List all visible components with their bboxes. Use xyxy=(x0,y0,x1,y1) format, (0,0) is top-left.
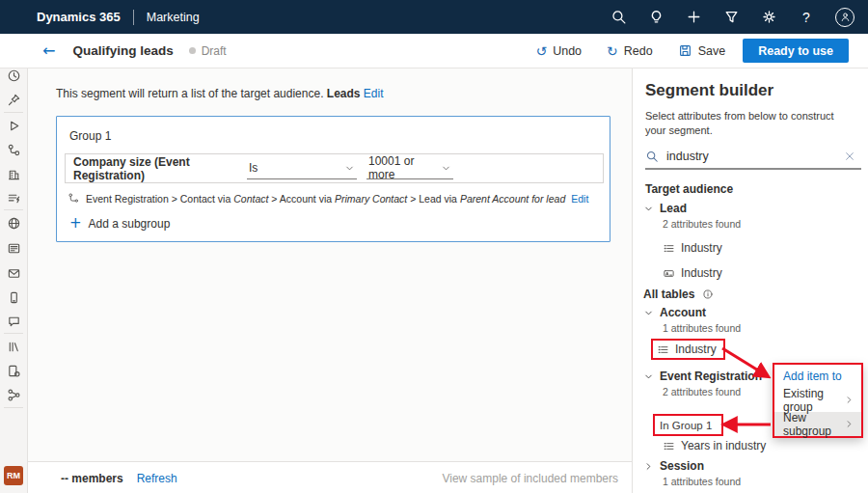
intro-edit-link[interactable]: Edit xyxy=(364,87,384,100)
context-menu-new-subgroup[interactable]: New subgroup xyxy=(774,412,861,436)
members-count: -- members xyxy=(61,472,123,485)
path-relationship: Contact xyxy=(233,193,268,205)
section-label: Account xyxy=(660,306,706,319)
app-name[interactable]: Marketing xyxy=(147,11,200,24)
pushpin-icon[interactable] xyxy=(0,89,27,110)
attribute-label: Industry xyxy=(681,266,722,280)
chevron-right-icon xyxy=(844,395,854,405)
segment-intro: This segment will return a list of the t… xyxy=(56,87,384,100)
dynamics-365-logo[interactable]: Dynamics 365 xyxy=(37,10,121,24)
search-input[interactable] xyxy=(665,149,832,164)
tree-section-session[interactable]: Session xyxy=(643,459,704,473)
in-group-1-flyout-item[interactable]: In Group 1 xyxy=(653,414,723,436)
play-icon[interactable] xyxy=(0,115,27,136)
attribute-item-lead-industry-optionset[interactable]: Industry xyxy=(663,241,722,255)
path-segment: Lead via xyxy=(419,193,460,205)
search-icon[interactable] xyxy=(610,9,627,26)
path-segment: Account via xyxy=(280,193,335,205)
chevron-right-icon xyxy=(643,461,654,472)
chevron-right-icon xyxy=(844,419,854,429)
envelope-icon[interactable] xyxy=(0,262,27,284)
value-dropdown[interactable]: 10001 or more xyxy=(366,157,453,179)
settings-gear-icon[interactable] xyxy=(760,9,777,26)
relationship-path: Event Registration > Contact via Contact… xyxy=(68,192,588,205)
topbar-actions: ? xyxy=(610,8,868,27)
option-set-icon xyxy=(657,343,669,356)
redo-label: Redo xyxy=(624,44,653,58)
path-relationship: Primary Contact xyxy=(335,193,407,205)
value-text: 10001 or more xyxy=(368,154,441,181)
form-card-icon[interactable] xyxy=(0,237,27,259)
tree-section-account[interactable]: Account xyxy=(643,306,706,319)
status-label: Draft xyxy=(202,44,227,58)
all-tables-label: All tables xyxy=(643,288,694,301)
chevron-down-icon xyxy=(643,308,654,318)
intro-text: This segment will return a list of the t… xyxy=(56,87,323,100)
save-label: Save xyxy=(698,44,726,58)
chevron-down-icon xyxy=(344,163,355,174)
status-dot-icon xyxy=(189,47,196,54)
refresh-link[interactable]: Refresh xyxy=(137,472,177,485)
redo-button[interactable]: ↻ Redo xyxy=(599,41,661,62)
pages-gear-icon[interactable] xyxy=(0,360,27,381)
library-books-icon[interactable] xyxy=(0,336,27,357)
add-subgroup-label: Add a subgroup xyxy=(89,217,171,231)
section-label: Lead xyxy=(660,202,687,215)
chevron-down-icon xyxy=(643,204,654,214)
group-title: Group 1 xyxy=(69,129,111,143)
sidebar-divider xyxy=(4,407,23,408)
sidebar-divider xyxy=(4,112,23,113)
chevron-down-icon xyxy=(441,163,451,174)
lightbulb-icon[interactable] xyxy=(647,9,665,26)
list-lightning-icon[interactable] xyxy=(0,187,27,208)
command-bar: ← Qualifying leads Draft ↺ Undo ↻ Redo S… xyxy=(0,34,868,68)
ready-to-use-button[interactable]: Ready to use xyxy=(743,39,849,63)
tree-section-event-registration[interactable]: Event Registration xyxy=(643,370,762,383)
menu-item-label: New subgroup xyxy=(783,411,844,438)
section-label: Session xyxy=(660,459,704,473)
undo-button[interactable]: ↺ Undo xyxy=(528,41,589,62)
path-segment: Contact via xyxy=(180,193,233,205)
app-window: Dynamics 365 Marketing ? ← Qualifying le… xyxy=(0,0,868,493)
user-avatar[interactable]: RM xyxy=(4,466,23,485)
command-bar-actions: ↺ Undo ↻ Redo Save Ready to use xyxy=(528,39,868,63)
attribute-item-account-industry[interactable]: Industry xyxy=(651,339,725,360)
menu-item-label: Existing group xyxy=(783,387,844,414)
attribute-search-box[interactable] xyxy=(645,144,861,170)
undo-icon: ↺ xyxy=(535,44,547,58)
info-icon[interactable] xyxy=(702,288,714,300)
condition-attribute-label: Company size (Event Registration) xyxy=(73,155,243,182)
close-icon[interactable] xyxy=(844,151,855,162)
help-icon[interactable]: ? xyxy=(798,9,815,26)
back-arrow-icon[interactable]: ← xyxy=(42,41,55,60)
section-count: 2 attributes found xyxy=(663,218,741,230)
view-sample-link[interactable]: View sample of included members xyxy=(442,472,618,485)
attribute-item-years-in-industry[interactable]: Years in industry xyxy=(663,439,766,452)
add-subgroup-button[interactable]: + Add a subgroup xyxy=(69,216,170,231)
left-sidebar: RM xyxy=(0,34,28,493)
context-menu-existing-group[interactable]: Existing group xyxy=(774,388,861,412)
path-edit-link[interactable]: Edit xyxy=(571,193,588,205)
account-avatar[interactable] xyxy=(835,8,854,27)
intro-entity: Leads xyxy=(327,87,361,100)
save-icon xyxy=(678,43,692,58)
operator-dropdown[interactable]: Is xyxy=(247,157,357,179)
attribute-item-lead-industry-text[interactable]: Industry xyxy=(663,266,722,280)
section-count: 1 attributes found xyxy=(663,476,741,487)
share-nodes-icon[interactable] xyxy=(0,384,27,405)
chat-bubble-icon[interactable] xyxy=(0,311,27,332)
group-1-container: Group 1 Company size (Event Registration… xyxy=(56,116,610,242)
context-menu-header[interactable]: Add item to xyxy=(774,365,861,388)
page-title: Qualifying leads xyxy=(72,43,173,58)
building-icon[interactable] xyxy=(0,163,27,184)
customer-journey-icon[interactable] xyxy=(0,139,27,160)
section-count: 2 attributes found xyxy=(663,386,741,397)
add-icon[interactable] xyxy=(685,9,702,26)
globe-icon[interactable] xyxy=(0,212,27,233)
tree-section-lead[interactable]: Lead xyxy=(643,202,687,215)
save-button[interactable]: Save xyxy=(670,40,734,62)
section-count: 1 attributes found xyxy=(663,322,741,334)
mobile-phone-icon[interactable] xyxy=(0,287,27,308)
option-set-icon xyxy=(663,242,675,255)
filter-icon[interactable] xyxy=(722,9,740,26)
